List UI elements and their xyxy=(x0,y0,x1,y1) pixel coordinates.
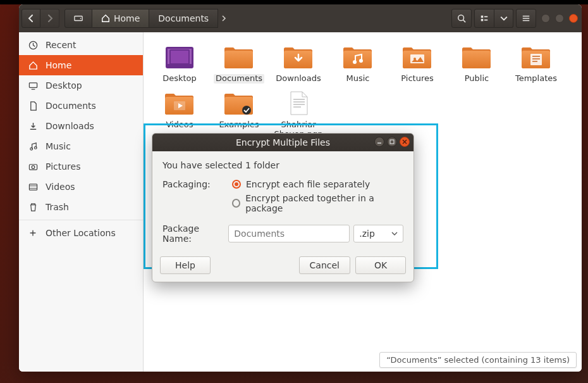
encrypt-dialog: Encrypt Multiple Files You have selected… xyxy=(152,133,414,282)
sidebar: Recent Home Desktop Documents Downloads xyxy=(19,32,144,372)
dialog-titlebar[interactable]: Encrypt Multiple Files xyxy=(152,134,413,151)
file-label: Examples xyxy=(219,120,259,130)
radio-label: Encrypt each file separately xyxy=(246,179,370,189)
dialog-close[interactable] xyxy=(400,137,410,147)
camera-icon xyxy=(28,162,38,172)
sidebar-item-other-locations[interactable]: Other Locations xyxy=(19,223,143,243)
sidebar-item-pictures[interactable]: Pictures xyxy=(19,156,143,177)
sidebar-item-label: Other Locations xyxy=(46,228,116,238)
svg-rect-4 xyxy=(481,19,484,22)
breadcrumb-more[interactable] xyxy=(218,15,230,22)
grid-item[interactable]: Documents xyxy=(209,39,269,85)
clock-icon xyxy=(28,41,38,50)
breadcrumb-home-label: Home xyxy=(114,13,140,23)
help-button[interactable]: Help xyxy=(160,256,211,274)
window-minimize[interactable] xyxy=(541,14,550,23)
sidebar-item-label: Downloads xyxy=(46,121,94,131)
download-icon xyxy=(28,122,38,131)
sidebar-item-downloads[interactable]: Downloads xyxy=(19,116,143,136)
extension-select[interactable]: .zip xyxy=(353,225,403,242)
file-label: Documents xyxy=(214,74,264,84)
hamburger-button[interactable] xyxy=(516,9,536,28)
breadcrumb-home[interactable]: Home xyxy=(92,9,149,28)
file-thumb xyxy=(282,41,315,73)
file-label: Pictures xyxy=(401,74,433,84)
file-thumb xyxy=(223,41,255,73)
sidebar-item-label: Documents xyxy=(46,101,96,111)
ok-button[interactable]: OK xyxy=(355,256,406,274)
sidebar-item-label: Trash xyxy=(46,202,69,212)
breadcrumb-documents[interactable]: Documents xyxy=(149,9,218,28)
sidebar-item-music[interactable]: Music xyxy=(19,136,143,156)
home-icon xyxy=(28,61,38,70)
menu-icon xyxy=(522,14,530,23)
svg-point-19 xyxy=(359,59,363,63)
music-icon xyxy=(28,142,38,151)
sidebar-item-label: Music xyxy=(46,141,71,151)
search-icon xyxy=(457,14,466,23)
sidebar-item-desktop[interactable]: Desktop xyxy=(19,75,143,96)
svg-rect-3 xyxy=(481,16,484,18)
top-panel xyxy=(0,0,588,4)
grid-item[interactable]: Public xyxy=(447,39,506,85)
sidebar-item-label: Pictures xyxy=(46,161,80,172)
svg-point-1 xyxy=(80,18,82,19)
forward-button[interactable] xyxy=(40,9,59,28)
nav-group xyxy=(21,9,59,28)
file-thumb xyxy=(520,41,553,73)
sidebar-item-label: Recent xyxy=(46,40,76,50)
window-maximize[interactable] xyxy=(555,14,564,23)
chevron-down-icon xyxy=(500,15,508,22)
file-thumb xyxy=(401,41,434,73)
maximize-icon xyxy=(389,139,395,144)
view-toggle-button[interactable] xyxy=(474,9,494,28)
package-name-input[interactable] xyxy=(228,225,350,242)
dialog-maximize[interactable] xyxy=(387,137,397,147)
sidebar-item-documents[interactable]: Documents xyxy=(19,96,143,116)
radio-encrypt-separately[interactable]: Encrypt each file separately xyxy=(232,179,403,189)
svg-point-24 xyxy=(242,106,251,115)
search-button[interactable] xyxy=(451,9,472,28)
dialog-message: You have selected 1 folder xyxy=(162,160,403,170)
grid-item[interactable]: Pictures xyxy=(388,39,447,85)
svg-point-18 xyxy=(353,60,357,64)
grid-item[interactable]: Templates xyxy=(506,39,566,85)
svg-rect-22 xyxy=(530,54,542,65)
trash-icon xyxy=(28,203,38,212)
extension-value: .zip xyxy=(359,229,375,239)
chevron-right-icon xyxy=(221,15,227,22)
document-icon xyxy=(28,101,38,111)
sidebar-item-recent[interactable]: Recent xyxy=(19,35,143,55)
sidebar-item-home[interactable]: Home xyxy=(19,55,143,75)
sidebar-item-trash[interactable]: Trash xyxy=(19,197,143,217)
grid-item[interactable]: Shahriar Shovon.pgp xyxy=(269,85,328,141)
window-close[interactable] xyxy=(569,14,578,23)
view-options-button[interactable] xyxy=(494,9,513,28)
grid-item[interactable]: Examples xyxy=(209,85,269,141)
packaging-label: Packaging: xyxy=(162,179,232,189)
chevron-down-icon xyxy=(391,230,398,237)
icon-grid[interactable]: Desktop Documents Downloads Music Pictur… xyxy=(144,32,582,141)
back-button[interactable] xyxy=(21,9,40,28)
breadcrumb-files[interactable] xyxy=(64,9,92,28)
dialog-minimize[interactable] xyxy=(374,137,384,147)
file-thumb xyxy=(341,41,374,73)
home-icon xyxy=(101,14,110,23)
plus-icon xyxy=(28,229,38,237)
grid-item[interactable]: Desktop xyxy=(150,39,209,85)
close-icon xyxy=(402,139,407,144)
radio-encrypt-packaged[interactable]: Encrypt packed together in a package xyxy=(232,193,403,213)
svg-rect-17 xyxy=(171,51,188,63)
grid-item[interactable]: Music xyxy=(328,39,388,85)
grid-item[interactable]: Videos xyxy=(150,85,209,141)
breadcrumb: Home Documents xyxy=(64,9,230,28)
radio-dot-icon xyxy=(232,199,240,208)
package-name-label: Package Name: xyxy=(162,223,228,244)
svg-rect-5 xyxy=(484,16,487,18)
svg-rect-8 xyxy=(29,82,37,87)
breadcrumb-documents-label: Documents xyxy=(158,13,209,23)
cancel-button[interactable]: Cancel xyxy=(299,256,350,274)
sidebar-item-videos[interactable]: Videos xyxy=(19,177,143,197)
grid-item[interactable]: Downloads xyxy=(269,39,328,85)
dialog-title: Encrypt Multiple Files xyxy=(236,137,330,148)
